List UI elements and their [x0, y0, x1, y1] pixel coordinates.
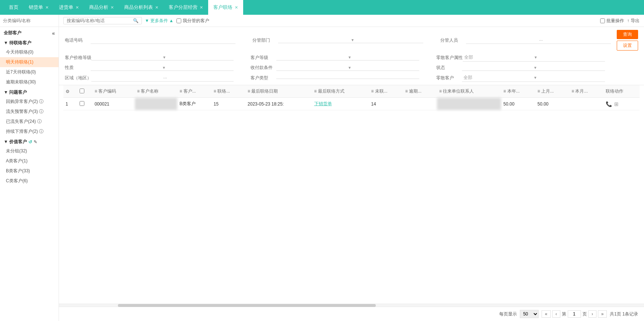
filter-price-level-cell: 客户价格等级 ▼ — [65, 55, 234, 61]
close-icon[interactable]: ✕ — [200, 5, 203, 10]
col-last-month[interactable]: ≡ 上月... — [535, 85, 569, 98]
last-page-btn[interactable]: » — [598, 310, 607, 318]
select-all-checkbox[interactable] — [80, 89, 84, 93]
nav-sales-order[interactable]: 销货单 ✕ — [24, 0, 54, 15]
sidebar-item-7days-contact[interactable]: 近7天待联络(0) — [0, 67, 59, 77]
sidebar-item-class-b[interactable]: B类客户(33) — [0, 166, 59, 176]
col-last-contact-date[interactable]: ≡ 最后联络日期 — [245, 85, 312, 98]
cell-this-month — [569, 98, 603, 110]
cell-last-date: 2023-05-23 18:25: — [245, 98, 312, 110]
filter-person-select[interactable]: ··· — [466, 37, 611, 44]
sidebar-item-declining[interactable]: 持续下滑客户(2) ⓘ — [0, 127, 59, 137]
col-last-contact-method[interactable]: ≡ 最后联络方式 — [312, 85, 369, 98]
close-icon[interactable]: ✕ — [76, 5, 79, 10]
batch-checkbox[interactable] — [600, 18, 605, 23]
group-pending-contact[interactable]: ▼ 待联络客户 — [0, 38, 59, 47]
main-layout: 🔍 全部客户 « ▼ 待联络客户 今天待联络(0) 明天待联络(1) 近7天待联… — [0, 15, 644, 321]
group-value-customers[interactable]: ▼ 价值客户 ↺ ✎ — [0, 137, 59, 146]
my-customers-checkbox[interactable] — [176, 18, 181, 23]
nav-product-analysis-list[interactable]: 商品分析列表 ✕ — [119, 0, 164, 15]
close-icon[interactable]: ✕ — [235, 5, 238, 10]
scroll-indicator[interactable] — [59, 304, 644, 307]
more-dots-icon[interactable]: ··· — [539, 38, 609, 43]
sidebar-item-today-contact[interactable]: 今天待联络(0) — [0, 47, 59, 57]
chevron-up-icon: ▲ — [169, 18, 174, 23]
search-icon[interactable]: 🔍 — [133, 18, 139, 23]
batch-op-btn[interactable]: 批量操作 — [600, 18, 624, 24]
col-settings[interactable]: ⚙ — [63, 85, 77, 98]
filter-region-select[interactable]: ··· — [91, 75, 234, 82]
next-page-btn[interactable]: › — [588, 310, 596, 318]
scroll-thumb[interactable] — [118, 304, 376, 307]
chevron-down-icon: ▼ — [351, 38, 422, 42]
col-unlinkd[interactable]: ≡ 未联... — [369, 85, 403, 98]
search-wrap: 🔍 — [63, 17, 142, 24]
nav-customer-contact[interactable]: 客户联络 ✕ — [208, 0, 243, 15]
filter-status-cell: 状态 ▼ — [436, 65, 605, 71]
nav-customer-segment[interactable]: 客户分层经营 ✕ — [164, 0, 208, 15]
sidebar-item-abnormal-repurchase[interactable]: 回购异常客户(2) ⓘ — [0, 97, 59, 107]
chevron-down-icon: ▼ — [348, 66, 418, 70]
all-customers-header[interactable]: 全部客户 « — [0, 27, 59, 38]
close-icon[interactable]: ✕ — [111, 5, 114, 10]
filter-nature-cell: 性质 ▼ — [65, 65, 234, 71]
per-page-select[interactable]: 50 100 — [520, 310, 539, 318]
filter-retail-attr-cell: 零散客户属性 全部 ▼ — [436, 54, 605, 62]
col-customer-code[interactable]: ≡ 客户编码 — [92, 85, 135, 98]
filter-status-select[interactable]: ▼ — [462, 65, 605, 71]
filter-customer-type-select[interactable] — [276, 77, 419, 79]
sidebar-item-class-a[interactable]: A类客户(1) — [0, 156, 59, 166]
col-customer-name[interactable]: ≡ 客户名称 — [135, 85, 177, 98]
export-icon: ↑ — [627, 18, 629, 23]
filter-phone-input[interactable] — [91, 37, 235, 44]
first-page-btn[interactable]: « — [542, 310, 551, 318]
export-btn[interactable]: ↑ 导出 — [627, 18, 640, 24]
group-problem-customers[interactable]: ▼ 问题客户 — [0, 87, 59, 97]
filter-price-level-select[interactable]: ▼ — [91, 55, 234, 61]
filter-nature-select[interactable]: ▼ — [91, 65, 234, 71]
sidebar-item-churned[interactable]: 已流失客户(24) ⓘ — [0, 117, 59, 127]
close-icon[interactable]: ✕ — [45, 5, 49, 10]
filter-dept-cell: 分管部门 ▼ — [252, 37, 423, 44]
filter-retail-customer-select[interactable]: 全部 ▼ — [462, 74, 605, 82]
filter-dept-select[interactable]: ▼ — [278, 37, 423, 43]
customer-table-area: ⚙ ≡ 客户编码 ≡ 客户名称 ≡ 客户... ≡ 联络... ≡ 最后联络日期… — [59, 85, 644, 304]
sidebar-item-overdue-contact[interactable]: 逾期未联络(30) — [0, 77, 59, 87]
search-input[interactable] — [67, 18, 133, 23]
col-this-month[interactable]: ≡ 本月... — [569, 85, 603, 98]
edit-icon[interactable]: ✎ — [34, 139, 37, 145]
col-overdue[interactable]: ≡ 逾期... — [403, 85, 437, 98]
sidebar-item-churn-warning[interactable]: 流失预警客户(3) ⓘ — [0, 107, 59, 117]
filter-customer-level-select[interactable]: ▼ — [276, 55, 419, 61]
sidebar-item-class-c[interactable]: C类客户(6) — [0, 176, 59, 186]
advanced-filter: 电话号码 分管部门 ▼ 分管人员 ··· — [59, 27, 644, 85]
col-this-year[interactable]: ≡ 本年... — [501, 85, 535, 98]
my-customers-checkbox-wrap[interactable]: 我分管的客户 — [176, 18, 209, 24]
col-contact-count[interactable]: ≡ 联络... — [211, 85, 245, 98]
nav-purchase-order[interactable]: 进货单 ✕ — [54, 0, 84, 15]
cell-checkbox[interactable] — [77, 98, 92, 110]
refresh-icon[interactable]: ↺ — [28, 139, 32, 145]
nav-home[interactable]: 首页 — [4, 0, 24, 15]
sidebar-search-input[interactable] — [3, 18, 58, 23]
more-dots-icon[interactable]: ··· — [163, 75, 232, 80]
collapse-icon[interactable]: « — [52, 30, 55, 36]
filter-retail-attr-select[interactable]: 全部 ▼ — [463, 54, 605, 62]
col-customer-type[interactable]: ≡ 客户... — [177, 85, 211, 98]
set-button[interactable]: 设置 — [617, 41, 638, 51]
filter-payment-select[interactable]: ▼ — [276, 65, 419, 71]
col-checkbox[interactable] — [77, 85, 92, 98]
query-button[interactable]: 查询 — [617, 30, 638, 39]
sidebar-item-tomorrow-contact[interactable]: 明天待联络(1) — [0, 57, 59, 67]
sidebar-item-ungrouped[interactable]: 未分组(32) — [0, 146, 59, 156]
prev-page-btn[interactable]: ‹ — [552, 310, 560, 318]
col-unit-contact[interactable]: ≡ 往来单位联系人 — [437, 85, 501, 98]
nav-product-analysis[interactable]: 商品分析 ✕ — [84, 0, 119, 15]
phone-action-icon[interactable]: 📞 — [606, 101, 612, 107]
cell-last-method[interactable]: 下销货单 — [312, 98, 369, 110]
chevron-down-icon: ▼ — [348, 55, 418, 59]
close-icon[interactable]: ✕ — [155, 5, 158, 10]
grid-action-icon[interactable]: ⊞ — [614, 101, 619, 107]
more-filter-btn[interactable]: ▼ 更多条件 ▲ — [145, 18, 174, 24]
page-number-input[interactable] — [568, 310, 581, 318]
